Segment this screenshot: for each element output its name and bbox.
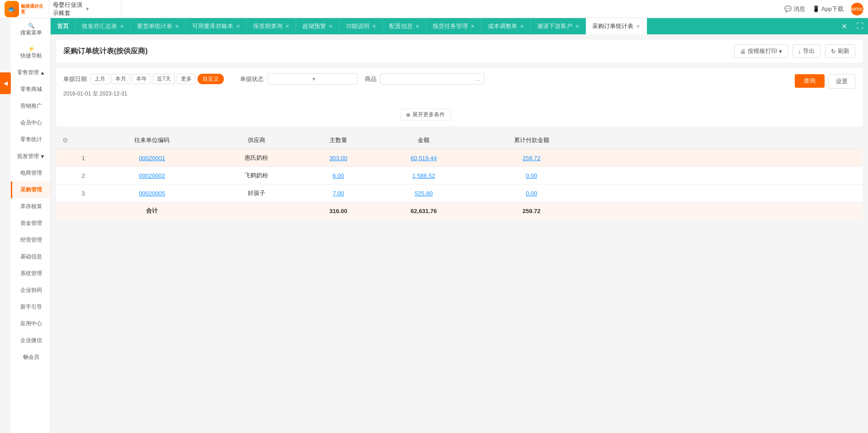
sidebar-item-search[interactable]: 🔍 搜索菜单 — [11, 18, 50, 41]
sidebar-item-operations[interactable]: 经营管理 — [11, 232, 50, 248]
date-btn-last-month[interactable]: 上月 — [90, 74, 109, 84]
row-paid-amount-cell[interactable]: 259.72 — [472, 149, 591, 167]
close-tab-btn[interactable]: ✕ — [837, 18, 852, 34]
date-btn-custom[interactable]: 自定义 — [198, 74, 224, 84]
sidebar-item-quick-nav[interactable]: ⚡ 快捷导航 — [11, 41, 50, 64]
expand-icon: ⊕ — [406, 112, 410, 118]
table-footer: 合计 316.00 62,631.76 259.72 — [56, 202, 863, 220]
row-seq-cell: 3 — [74, 185, 92, 202]
settings-button[interactable]: 设置 — [828, 74, 855, 89]
sidebar-item-wholesale-label: 批发管理 — [17, 152, 39, 160]
sidebar-item-vip[interactable]: 畅会员 — [11, 349, 50, 366]
sidebar-item-app-center[interactable]: 应用中心 — [11, 315, 50, 332]
row-amount-cell[interactable]: 1,586.52 — [376, 167, 472, 185]
goods-input[interactable] — [384, 76, 475, 82]
footer-quantity-cell: 316.00 — [301, 202, 376, 220]
export-button[interactable]: ↓ 导出 — [793, 44, 821, 58]
tab-cost-adjust[interactable]: 成本调整单 ✕ — [481, 18, 531, 34]
tab-config-info-close[interactable]: ✕ — [415, 24, 420, 29]
user-avatar[interactable]: demo2 — [851, 3, 863, 15]
tab-overstock-warning-close[interactable]: ✕ — [329, 24, 333, 29]
data-table-container: ⚙ 往来单位编码 供应商 主数量 金额 累计付款金额 — [56, 132, 863, 220]
sidebar-item-new-guide-label: 新手引导 — [14, 303, 48, 311]
date-btn-7days[interactable]: 近7天 — [153, 74, 175, 84]
sidebar-item-wechat[interactable]: 企业微信 — [11, 332, 50, 349]
tab-order-stats-close[interactable]: ✕ — [175, 24, 179, 29]
page-content: 采购订单统计表(按供应商) 🖨 按模板打印 ▾ ↓ 导出 ↻ 刷新 — [51, 34, 868, 433]
refresh-label: 刷新 — [838, 47, 849, 55]
tab-pick-task[interactable]: 拣货任务管理 ✕ — [426, 18, 481, 34]
date-btn-more[interactable]: 更多 — [177, 74, 196, 84]
sidebar-item-retail[interactable]: 零售管理 ▲ — [11, 64, 50, 81]
print-button[interactable]: 🖨 按模板打印 ▾ — [734, 44, 788, 58]
table-row: 2 00020002 飞鹤奶粉 6.00 1,586.52 0.00 — [56, 167, 863, 185]
goods-more-icon[interactable]: … — [475, 76, 481, 82]
sidebar-item-enterprise[interactable]: 企业协同 — [11, 282, 50, 299]
row-supplier-code-cell[interactable]: 00020002 — [92, 167, 212, 185]
tab-receive-summary-close[interactable]: ✕ — [120, 24, 124, 29]
tab-available-inventory-close[interactable]: ✕ — [236, 24, 240, 29]
row-paid-amount-cell[interactable]: 0.00 — [472, 167, 591, 185]
date-btn-this-month[interactable]: 本月 — [111, 74, 130, 84]
table-body: 1 00020001 惠氏奶粉 303.00 60,519.44 259.72 … — [56, 149, 863, 202]
tab-warranty-query-close[interactable]: ✕ — [285, 24, 289, 29]
tab-home[interactable]: 首页 — [51, 18, 75, 34]
query-button[interactable]: 查询 — [795, 74, 825, 88]
row-supplier-code-cell[interactable]: 00020005 — [92, 185, 212, 202]
sidebar-item-inventory[interactable]: 库存核算 — [11, 198, 50, 215]
tab-pick-task-label: 拣货任务管理 — [433, 22, 468, 30]
footer-row: 合计 316.00 62,631.76 259.72 — [56, 202, 863, 220]
tab-config-info[interactable]: 配置信息 ✕ — [383, 18, 426, 34]
tab-invite-downstream[interactable]: 邀请下游客户 ✕ — [531, 18, 586, 34]
sidebar-item-ecommerce[interactable]: 电商管理 — [11, 165, 50, 181]
tab-available-inventory[interactable]: 可用量库存账本 ✕ — [186, 18, 247, 34]
workspace-label: 母婴行业演示账套 — [53, 1, 84, 17]
col-supplier-name: 供应商 — [212, 132, 301, 149]
tab-pick-task-close[interactable]: ✕ — [471, 24, 475, 29]
col-settings-icon[interactable]: ⚙ — [62, 137, 68, 144]
row-amount-cell[interactable]: 525.80 — [376, 185, 472, 202]
sidebar-item-retail-stats[interactable]: 零售统计 — [11, 131, 50, 148]
row-supplier-name-cell: 惠氏奶粉 — [212, 149, 301, 167]
sidebar-item-system[interactable]: 系统管理 — [11, 265, 50, 282]
sidebar-toggle[interactable]: ◀ — [0, 72, 11, 94]
expand-more-btn[interactable]: ⊕ 展开更多条件 — [400, 109, 451, 121]
tab-receive-summary-label: 收发存汇总表 — [82, 22, 117, 30]
status-select[interactable]: ▾ — [267, 73, 358, 85]
sidebar-item-new-guide[interactable]: 新手引导 — [11, 299, 50, 315]
sidebar-item-retail-shop[interactable]: 零售商城 — [11, 81, 50, 98]
date-filter-label: 单据日期 — [63, 75, 87, 83]
row-supplier-code-cell[interactable]: 00020001 — [92, 149, 212, 167]
status-filter-label: 单据状态 — [240, 75, 264, 83]
row-quantity-cell[interactable]: 303.00 — [301, 149, 376, 167]
tab-cost-adjust-close[interactable]: ✕ — [520, 24, 524, 29]
row-amount-cell[interactable]: 60,519.44 — [376, 149, 472, 167]
tab-purchase-order-stats-label: 采购订单统计表 — [592, 22, 633, 30]
tab-receive-summary[interactable]: 收发存汇总表 ✕ — [75, 18, 131, 34]
sidebar-item-wholesale[interactable]: 批发管理 ▼ — [11, 148, 50, 165]
sidebar-item-member[interactable]: 会员中心 — [11, 114, 50, 131]
tab-warranty-query[interactable]: 保质期查询 ✕ — [247, 18, 296, 34]
maximize-tab-btn[interactable]: ⛶ — [852, 18, 868, 34]
tab-order-stats[interactable]: 要货单统计表 ✕ — [131, 18, 186, 34]
row-quantity-cell[interactable]: 6.00 — [301, 167, 376, 185]
tab-overstock-warning[interactable]: 超储预警 ✕ — [296, 18, 340, 34]
workspace-selector[interactable]: 母婴行业演示账套 ▾ — [49, 0, 121, 19]
sidebar-item-purchase[interactable]: 采购管理 — [11, 181, 50, 198]
message-action[interactable]: 💬 消息 — [784, 5, 805, 13]
row-paid-amount-cell[interactable]: 0.00 — [472, 185, 591, 202]
sidebar-item-system-label: 系统管理 — [14, 270, 48, 277]
sidebar-item-finance[interactable]: 资金管理 — [11, 215, 50, 232]
date-btn-this-year[interactable]: 本年 — [132, 74, 151, 84]
app-download-action[interactable]: 📱 App下载 — [812, 5, 844, 13]
tab-purchase-order-stats-close[interactable]: ✕ — [636, 24, 640, 29]
tab-function-desc-close[interactable]: ✕ — [372, 24, 376, 29]
sidebar-item-marketing[interactable]: 营销推广 — [11, 98, 50, 114]
row-quantity-cell[interactable]: 7.00 — [301, 185, 376, 202]
tab-purchase-order-stats[interactable]: 采购订单统计表 ✕ — [586, 18, 647, 34]
tab-function-desc[interactable]: 功能说明 ✕ — [340, 18, 383, 34]
tab-invite-downstream-close[interactable]: ✕ — [575, 24, 579, 29]
sidebar-item-basic-info[interactable]: 基础信息 — [11, 248, 50, 265]
refresh-button[interactable]: ↻ 刷新 — [825, 44, 855, 58]
retail-arrow-icon: ▲ — [40, 70, 45, 76]
